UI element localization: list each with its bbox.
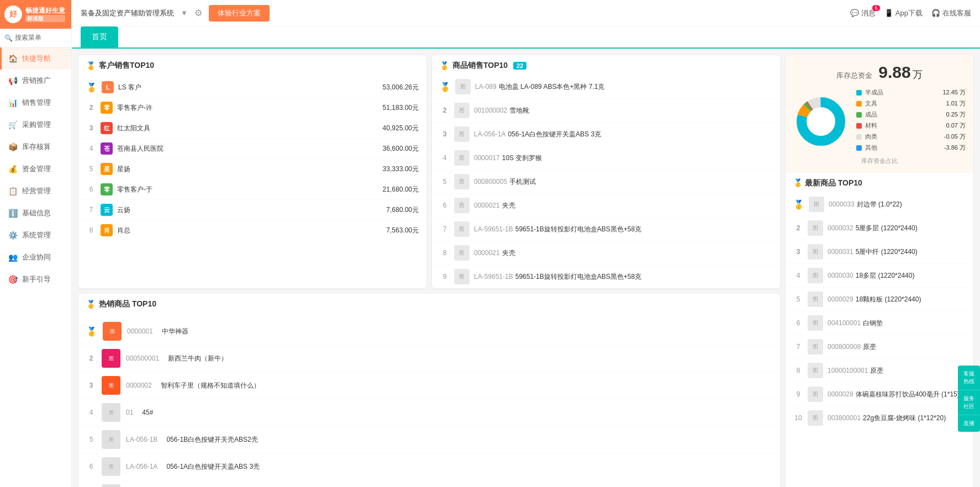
inventory-chart-area: 半成品 12.45 万 文具 1.01 万 成品 0 bbox=[793, 88, 966, 155]
product-sales-row: 2 图 001000002雪地靴 bbox=[432, 99, 780, 123]
product-sales-top10-panel: 🥇 商品销售TOP10 22 🥇 图 LA-089电池盖 LA-089 ABS本… bbox=[432, 55, 780, 288]
sidebar-item-sales[interactable]: 📊 销售管理 bbox=[0, 92, 71, 114]
customer-badge: 红 bbox=[101, 122, 113, 134]
hot-row: 4 图 01 45# bbox=[78, 399, 780, 426]
newest-row: 5 图 000002918颗粒板 (1220*2440) bbox=[786, 288, 973, 311]
online-service-button[interactable]: 🎧 在线客服 bbox=[931, 8, 971, 18]
product-img: 图 bbox=[454, 174, 470, 189]
app-download-button[interactable]: 📱 App下载 bbox=[884, 8, 923, 18]
home-icon: 🏠 bbox=[8, 54, 18, 63]
system-icon: ⚙️ bbox=[8, 231, 18, 240]
product-img: 图 bbox=[454, 103, 470, 118]
newest-row: 8 图 10000100001原垄 bbox=[786, 359, 973, 383]
customer-badge: 云 bbox=[101, 204, 113, 216]
legend-row: 文具 1.01 万 bbox=[856, 99, 966, 108]
product-sales-row: 🥇 图 LA-089电池盖 LA-089 ABS本色+黑种 7.1克 bbox=[432, 75, 780, 99]
newest-row: 🥇 图 0000033封边带 (1.0*22) bbox=[786, 193, 973, 216]
customer-top10-header: 🥇 客户销售TOP10 bbox=[78, 55, 426, 75]
sidebar-item-operations[interactable]: 📋 经营管理 bbox=[0, 180, 71, 202]
newest-products-panel: 库存总资金 9.88 万 bbox=[786, 55, 973, 487]
message-icon: 💬 bbox=[850, 9, 859, 17]
logo-text: 畅捷通好生意 标准版 bbox=[25, 7, 65, 23]
sidebar-item-purchase[interactable]: 🛒 采购管理 bbox=[0, 114, 71, 136]
operations-icon: 📋 bbox=[8, 187, 18, 195]
hot-row: 5 图 LA-056-1B 056-1B白色按键开关壳ABS2壳 bbox=[78, 426, 780, 453]
hot-products-panel: 🥇 热销商品 TOP10 🥇 图 0000001 中华神器 2 图 000500 bbox=[78, 294, 780, 487]
product-sales-row: 6 图 0000021夹壳 bbox=[432, 194, 780, 218]
sidebar-item-quicknav[interactable]: 🏠 快捷导航 bbox=[0, 47, 71, 70]
topbar-right: 💬 消息 6 📱 App下载 🎧 在线客服 bbox=[850, 8, 971, 18]
hot-products-header: 🥇 热销商品 TOP10 bbox=[78, 294, 780, 314]
main-area: 装备及固定资产辅助管理系统 ▼ ⚙ 体验行业方案 💬 消息 6 📱 App下载 … bbox=[72, 0, 980, 487]
product-img-new: 图 bbox=[808, 315, 823, 331]
customer-top10-panel: 🥇 客户销售TOP10 🥇 L LS 客户 53,006.26元 2 零 bbox=[78, 55, 426, 288]
float-live[interactable]: 直播 bbox=[958, 415, 980, 432]
inventory-section: 库存总资金 9.88 万 bbox=[786, 55, 973, 173]
customer-row: 3 红 红太阳文具 40,925.00元 bbox=[78, 118, 426, 139]
sidebar-item-system[interactable]: ⚙️ 系统管理 bbox=[0, 224, 71, 246]
gear-icon[interactable]: ⚙ bbox=[194, 8, 202, 18]
newest-row: 7 图 000800008原垄 bbox=[786, 335, 973, 359]
hot-product-img: 图 bbox=[102, 376, 120, 395]
customer-badge: 苍 bbox=[101, 142, 113, 155]
float-customer-service[interactable]: 客服热线 bbox=[958, 366, 980, 390]
customer-badge: 零 bbox=[101, 102, 113, 114]
page-tabs: 首页 bbox=[72, 27, 980, 49]
tab-home[interactable]: 首页 bbox=[81, 27, 118, 47]
product-img-new: 图 bbox=[808, 363, 823, 378]
inventory-ratio-label: 库存资金占比 bbox=[793, 157, 966, 165]
customer-row: 🥇 L LS 客户 53,006.26元 bbox=[78, 77, 426, 98]
newest-row: 10 图 00380000122g鱼豆腐-烧烤味 (1*12*20) bbox=[786, 406, 973, 430]
customer-row: 6 零 零售客户-于 21,680.00元 bbox=[78, 179, 426, 200]
customer-row: 5 星 星扬 33,333.00元 bbox=[78, 159, 426, 179]
product-img: 图 bbox=[454, 198, 470, 213]
search-menu[interactable]: 🔍 搜索菜单 bbox=[0, 29, 71, 47]
medal-icon-2: 🥇 bbox=[440, 61, 449, 70]
message-button[interactable]: 💬 消息 6 bbox=[850, 8, 876, 18]
finance-icon: 💰 bbox=[8, 165, 18, 173]
product-img: 图 bbox=[455, 79, 471, 94]
try-plan-button[interactable]: 体验行业方案 bbox=[209, 5, 270, 22]
product-img-new: 图 bbox=[808, 268, 823, 283]
newest-row: 6 图 004100001白钢垫 bbox=[786, 311, 973, 335]
hot-row: 6 图 LA-056-1A 056-1A白色按键开关盖ABS 3壳 bbox=[78, 453, 780, 480]
product-sales-row: 9 图 LA-59651-1B59651-1B旋转投影灯电池盒ABS黑色+58克 bbox=[432, 265, 780, 288]
sidebar-item-collab[interactable]: 👥 企业协同 bbox=[0, 246, 71, 268]
customer-row: 4 苍 苍南县人民医院 36,600.00元 bbox=[78, 139, 426, 159]
basics-icon: ℹ️ bbox=[8, 209, 18, 218]
hot-row: 7 图 NB2.0X30B 2.0X30MM双搓花轴,搓花直径2.1MM/ROH… bbox=[78, 480, 780, 487]
legend-row: 成品 0.25 万 bbox=[856, 110, 966, 119]
chevron-down-icon[interactable]: ▼ bbox=[181, 9, 188, 17]
sidebar-item-basics[interactable]: ℹ️ 基础信息 bbox=[0, 202, 71, 224]
customer-row: 2 零 零售客户-许 51,183.00元 bbox=[78, 98, 426, 118]
product-img-new: 图 bbox=[809, 197, 824, 212]
inventory-legend: 半成品 12.45 万 文具 1.01 万 成品 0 bbox=[856, 88, 966, 155]
sidebar-item-inventory[interactable]: 📦 库存核算 bbox=[0, 136, 71, 158]
sidebar-item-marketing[interactable]: 📢 营销推广 bbox=[0, 70, 71, 92]
hot-product-img: 图 bbox=[103, 322, 122, 341]
product-sales-row: 7 图 LA-59651-1B59651-1B旋转投影灯电池盒ABS黑色+58克 bbox=[432, 218, 780, 241]
marketing-icon: 📢 bbox=[8, 76, 18, 85]
newest-row: 4 图 000003018多层 (1220*2440) bbox=[786, 264, 973, 288]
product-img: 图 bbox=[454, 126, 470, 142]
logo-icon: 好 bbox=[4, 6, 22, 23]
product-img: 图 bbox=[454, 245, 470, 261]
legend-row: 肉类 -0.05 万 bbox=[856, 133, 966, 141]
app-logo: 好 畅捷通好生意 标准版 bbox=[0, 0, 71, 29]
float-service-community[interactable]: 服务社区 bbox=[958, 390, 980, 415]
product-img: 图 bbox=[454, 221, 470, 237]
customer-badge: 肖 bbox=[101, 224, 113, 236]
product-img-new: 图 bbox=[808, 387, 823, 402]
product-img: 图 bbox=[454, 269, 470, 284]
sidebar-item-finance[interactable]: 💰 资金管理 bbox=[0, 158, 71, 180]
sidebar-item-guide[interactable]: 🎯 新手引导 bbox=[0, 268, 71, 290]
product-sales-list: 🥇 图 LA-089电池盖 LA-089 ABS本色+黑种 7.1克 2 图 0… bbox=[432, 75, 780, 288]
hot-product-img: 图 bbox=[102, 403, 120, 422]
customer-list: 🥇 L LS 客户 53,006.26元 2 零 零售客户-许 51,183.0… bbox=[78, 75, 426, 242]
newest-row: 9 图 0000028体碗嘉枝味苏打饮品400毫升 (1*15) bbox=[786, 383, 973, 406]
legend-row: 其他 -3.86 万 bbox=[856, 144, 966, 152]
hot-row: 3 图 0000002 智利车子里（规格不知道填什么） bbox=[78, 372, 780, 399]
product-sales-row: 3 图 LA-056-1A056-1A白色按键开关盖ABS 3克 bbox=[432, 123, 780, 146]
hot-product-img: 图 bbox=[102, 484, 120, 487]
hot-row: 2 图 000500001 新西兰牛肉（新牛） bbox=[78, 345, 780, 372]
